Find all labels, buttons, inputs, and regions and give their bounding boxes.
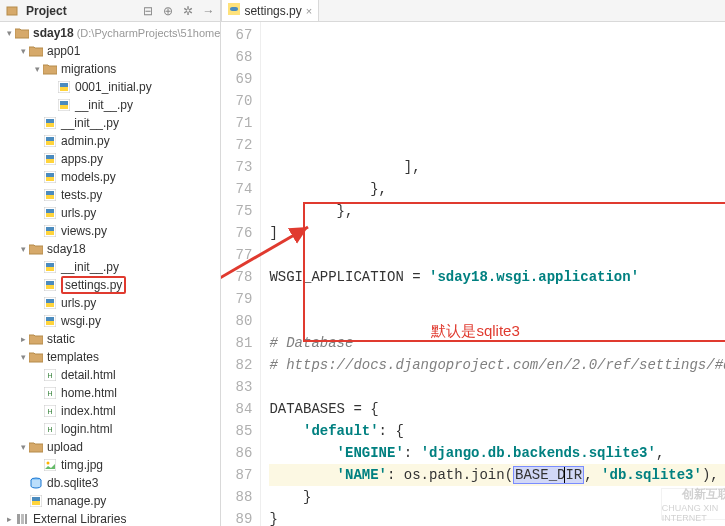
tree-item-apps-py[interactable]: apps.py bbox=[0, 150, 220, 168]
svg-text:H: H bbox=[47, 408, 52, 415]
svg-rect-8 bbox=[46, 119, 54, 123]
svg-rect-23 bbox=[46, 209, 54, 213]
svg-rect-30 bbox=[46, 267, 54, 271]
project-panel-header: Project ⊟ ⊕ ✲ → bbox=[0, 0, 220, 22]
tree-item-detail-html[interactable]: Hdetail.html bbox=[0, 366, 220, 384]
svg-text:H: H bbox=[47, 372, 52, 379]
tree-item-templates[interactable]: ▾templates bbox=[0, 348, 220, 366]
svg-rect-24 bbox=[46, 213, 54, 217]
svg-rect-3 bbox=[60, 87, 68, 91]
svg-rect-53 bbox=[32, 501, 40, 505]
svg-rect-36 bbox=[46, 303, 54, 307]
project-tree[interactable]: ▾sday18(D:\PycharmProjects\51home▾app01▾… bbox=[0, 22, 220, 526]
svg-rect-14 bbox=[46, 155, 54, 159]
svg-rect-55 bbox=[21, 514, 24, 524]
tree-item-sday18[interactable]: ▾sday18 bbox=[0, 240, 220, 258]
svg-rect-18 bbox=[46, 177, 54, 181]
tree-item-timg-jpg[interactable]: timg.jpg bbox=[0, 456, 220, 474]
svg-text:H: H bbox=[47, 426, 52, 433]
gear-icon[interactable]: ✲ bbox=[180, 3, 196, 19]
collapse-icon[interactable]: ⊟ bbox=[140, 3, 156, 19]
code-line-79[interactable]: 'default': { bbox=[269, 420, 725, 442]
svg-rect-15 bbox=[46, 159, 54, 163]
tree-item-views-py[interactable]: views.py bbox=[0, 222, 220, 240]
code-line-83[interactable]: } bbox=[269, 508, 725, 526]
code-line-77[interactable] bbox=[269, 376, 725, 398]
tree-item-urls-py[interactable]: urls.py bbox=[0, 294, 220, 312]
svg-rect-33 bbox=[46, 285, 54, 289]
editor-area: settings.py × 67686970717273747576777879… bbox=[221, 0, 725, 526]
tree-item--init-py[interactable]: __init__.py bbox=[0, 96, 220, 114]
hide-icon[interactable]: → bbox=[200, 3, 216, 19]
code-line-74[interactable] bbox=[269, 310, 725, 332]
svg-point-49 bbox=[47, 462, 50, 465]
tree-item-static[interactable]: ▸static bbox=[0, 330, 220, 348]
svg-rect-56 bbox=[25, 514, 27, 524]
tree-item-upload[interactable]: ▾upload bbox=[0, 438, 220, 456]
svg-rect-17 bbox=[46, 173, 54, 177]
svg-rect-0 bbox=[7, 7, 17, 15]
svg-text:H: H bbox=[47, 390, 52, 397]
tree-item-app01[interactable]: ▾app01 bbox=[0, 42, 220, 60]
tree-item--init-py[interactable]: __init__.py bbox=[0, 114, 220, 132]
svg-rect-21 bbox=[46, 195, 54, 199]
line-number-gutter: 6768697071727374757677787980818283848586… bbox=[221, 22, 261, 526]
tree-item-settings-py[interactable]: settings.py bbox=[0, 276, 220, 294]
code-editor[interactable]: 6768697071727374757677787980818283848586… bbox=[221, 22, 725, 526]
svg-rect-11 bbox=[46, 137, 54, 141]
tree-item-db-sqlite3[interactable]: db.sqlite3 bbox=[0, 474, 220, 492]
code-line-78[interactable]: DATABASES = { bbox=[269, 398, 725, 420]
project-panel-title: Project bbox=[24, 4, 67, 18]
tree-item-admin-py[interactable]: admin.py bbox=[0, 132, 220, 150]
tree-item-tests-py[interactable]: tests.py bbox=[0, 186, 220, 204]
tab-close-icon[interactable]: × bbox=[306, 5, 312, 17]
svg-rect-26 bbox=[46, 227, 54, 231]
tree-item-wsgi-py[interactable]: wsgi.py bbox=[0, 312, 220, 330]
code-line-72[interactable]: WSGI_APPLICATION = 'sday18.wsgi.applicat… bbox=[269, 266, 725, 288]
svg-rect-27 bbox=[46, 231, 54, 235]
code-line-75[interactable]: # Database bbox=[269, 332, 725, 354]
code-line-68[interactable]: }, bbox=[269, 178, 725, 200]
editor-tab-settings[interactable]: settings.py × bbox=[221, 0, 319, 21]
code-line-69[interactable]: }, bbox=[269, 200, 725, 222]
svg-rect-12 bbox=[46, 141, 54, 145]
svg-rect-54 bbox=[17, 514, 20, 524]
tree-item-models-py[interactable]: models.py bbox=[0, 168, 220, 186]
svg-rect-5 bbox=[60, 101, 68, 105]
tree-item-home-html[interactable]: Hhome.html bbox=[0, 384, 220, 402]
code-line-71[interactable] bbox=[269, 244, 725, 266]
project-tool-window: Project ⊟ ⊕ ✲ → ▾sday18(D:\PycharmProjec… bbox=[0, 0, 221, 526]
project-icon bbox=[4, 3, 20, 19]
code-line-81[interactable]: 'NAME': os.path.join(BASE_DIR, 'db.sqlit… bbox=[269, 464, 725, 486]
tree-root[interactable]: ▾sday18(D:\PycharmProjects\51home bbox=[0, 24, 220, 42]
tree-item-index-html[interactable]: Hindex.html bbox=[0, 402, 220, 420]
editor-tab-filename: settings.py bbox=[244, 4, 301, 18]
python-file-icon bbox=[228, 3, 240, 18]
code-line-80[interactable]: 'ENGINE': 'django.db.backends.sqlite3', bbox=[269, 442, 725, 464]
code-line-82[interactable]: } bbox=[269, 486, 725, 508]
tree-item-login-html[interactable]: Hlogin.html bbox=[0, 420, 220, 438]
tree-item--init-py[interactable]: __init__.py bbox=[0, 258, 220, 276]
code-line-76[interactable]: # https://docs.djangoproject.com/en/2.0/… bbox=[269, 354, 725, 376]
tree-item-0001-initial-py[interactable]: 0001_initial.py bbox=[0, 78, 220, 96]
tree-item-external-libraries[interactable]: ▸External Libraries bbox=[0, 510, 220, 526]
code-line-67[interactable]: ], bbox=[269, 156, 725, 178]
code-content[interactable]: 默认是sqlite3 ], }, },] WSGI_APPLICATION = … bbox=[261, 22, 725, 526]
svg-rect-38 bbox=[46, 317, 54, 321]
svg-rect-20 bbox=[46, 191, 54, 195]
tree-item-urls-py[interactable]: urls.py bbox=[0, 204, 220, 222]
svg-rect-32 bbox=[46, 281, 54, 285]
tree-item-migrations[interactable]: ▾migrations bbox=[0, 60, 220, 78]
tree-item-manage-py[interactable]: manage.py bbox=[0, 492, 220, 510]
svg-rect-2 bbox=[60, 83, 68, 87]
svg-rect-29 bbox=[46, 263, 54, 267]
svg-rect-9 bbox=[46, 123, 54, 127]
svg-rect-39 bbox=[46, 321, 54, 325]
code-line-70[interactable]: ] bbox=[269, 222, 725, 244]
target-icon[interactable]: ⊕ bbox=[160, 3, 176, 19]
editor-tab-bar: settings.py × bbox=[221, 0, 725, 22]
svg-rect-35 bbox=[46, 299, 54, 303]
svg-rect-6 bbox=[60, 105, 68, 109]
svg-rect-52 bbox=[32, 497, 40, 501]
code-line-73[interactable] bbox=[269, 288, 725, 310]
